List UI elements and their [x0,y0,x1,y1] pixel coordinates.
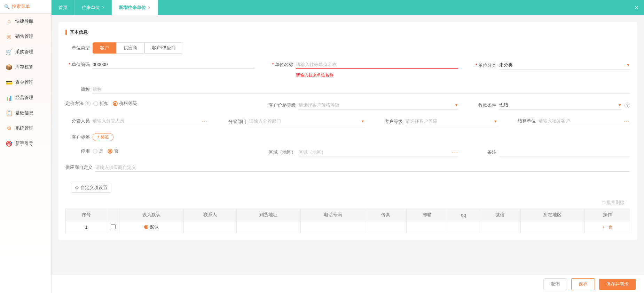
customer-price-arrow: ▼ [455,103,458,107]
tab-home[interactable]: 首页 [52,0,75,15]
inventory-icon: 📦 [6,64,13,71]
disabled-radio-group: 是 否 [93,148,118,154]
tabbar-close-button[interactable]: × [629,4,644,11]
tab-new-counterpart-close[interactable]: × [148,5,150,10]
row-checkbox[interactable] [111,224,116,229]
batch-delete-area: □ 批量删除 [65,200,630,209]
contacts-table: 序号 设为默认 联系人 到货地址 电话号码 传真 邮箱 qq 微信 所在地区 操… [65,209,630,233]
abbr-label: 简称 [65,86,90,92]
settlement-more-btn[interactable]: ··· [624,118,630,124]
customer-price-select[interactable]: 请选择客户价格等级 ▼ [299,100,458,110]
abbr-input[interactable] [93,85,630,93]
title-bar [65,30,67,35]
region-input[interactable] [299,148,451,156]
sidebar-item-label: 库存核算 [15,64,33,70]
tab-counterpart[interactable]: 往来单位 × [75,0,112,15]
batch-delete-icon: □ [603,200,605,205]
row-add-btn[interactable]: + [602,225,605,230]
default-radio[interactable] [144,225,148,229]
supplier-custom-field: 供应商自定义 [65,163,630,172]
manager-input[interactable] [93,117,201,125]
sidebar-item-finance[interactable]: 💳 资金管理 [0,75,51,90]
save-button[interactable]: 保存 [571,278,595,290]
settlement-label: 结算单位 [511,118,536,124]
pricing-price-level-label: 价格等级 [119,100,137,107]
disabled-no-circle [108,149,112,154]
payment-help-icon[interactable]: ? [625,103,630,108]
manager-row: 分管人员 ··· 分管部门 请输入分管部门 ▼ 客户等级 [65,117,630,126]
disabled-yes-label: 是 [99,148,103,154]
sidebar-search[interactable]: 🔍 搜索菜单 [0,0,51,14]
department-select[interactable]: 请输入分管部门 ▼ [249,117,365,126]
type-btn-customer[interactable]: 客户 [93,42,116,54]
row-email [406,221,448,233]
sidebar-item-label: 新手引导 [15,140,33,147]
customer-level-arrow: ▼ [494,119,497,123]
unit-type-label: 单位类型 [65,45,90,51]
pricing-row: 定价方法 ? 折扣 价格等级 [65,100,630,110]
custom-settings-button[interactable]: ⚙ 自定义项设置 [71,183,111,193]
th-default: 设为默认 [119,209,183,221]
row-contact [183,221,236,233]
payment-terms-select[interactable]: 现结 ▼ [499,100,622,110]
settlement-input-group: ··· [539,117,630,125]
row-delete-btn[interactable]: 🗑 [608,225,613,230]
pricing-help-icon[interactable]: ? [85,101,91,106]
sidebar-item-purchase[interactable]: 🛒 采购管理 [0,44,51,59]
basic-info-icon: 📋 [6,109,13,116]
newbie-icon: 🎯 [6,140,13,147]
tabbar: 首页 往来单位 × 新增往来单位 × × [52,0,644,15]
manager-label: 分管人员 [65,118,90,124]
remark-field: 备注 [472,148,630,156]
cancel-button[interactable]: 取消 [543,278,567,290]
type-btn-both[interactable]: 客户/供应商 [144,42,183,54]
tab-new-counterpart[interactable]: 新增往来单位 × [112,0,158,15]
tab-new-counterpart-label: 新增往来单位 [119,5,146,11]
th-region: 所在地区 [520,209,585,221]
pricing-discount[interactable]: 折扣 [93,100,109,107]
disabled-no[interactable]: 否 [108,148,118,154]
unit-code-input[interactable] [93,60,255,69]
disabled-yes[interactable]: 是 [93,148,103,154]
sidebar-item-operations[interactable]: 📊 经营管理 [0,90,51,105]
disabled-row: 停用 是 否 区域（地区） [65,148,630,156]
custom-settings-label: 自定义项设置 [80,185,108,191]
disabled-label: 停用 [65,148,90,154]
batch-delete-label[interactable]: 批量删除 [606,200,625,205]
customer-level-select[interactable]: 请选择客户等级 ▼ [406,117,497,126]
sidebar-item-inventory[interactable]: 📦 库存核算 [0,59,51,75]
pricing-price-level-circle [113,101,118,106]
pricing-price-level[interactable]: 价格等级 [113,100,137,107]
type-btn-supplier[interactable]: 供应商 [116,42,144,54]
unit-category-select[interactable]: 未分类 ▼ [499,60,630,70]
sidebar-item-label: 快捷导航 [15,18,33,24]
sidebar-item-system[interactable]: ⚙ 系统管理 [0,121,51,136]
payment-terms-label: 收款条件 [472,102,496,108]
row-default-label: 默认 [150,224,159,230]
sidebar-item-sales[interactable]: ◎ 销售管理 [0,29,51,44]
sidebar-item-label: 系统管理 [15,125,33,131]
customer-level-placeholder: 请选择客户等级 [406,118,492,124]
save-new-button[interactable]: 保存并新增 [599,279,636,290]
region-more-btn[interactable]: ··· [452,149,458,155]
settlement-input[interactable] [539,117,623,125]
supplier-custom-input[interactable] [95,163,630,172]
unit-category-label: * 单位分类 [472,62,496,68]
th-checkbox [107,209,119,221]
tab-counterpart-close[interactable]: × [102,5,104,10]
manager-more-btn[interactable]: ··· [202,118,208,124]
remark-input[interactable] [499,148,630,156]
tag-add-btn[interactable]: + 标签 [93,133,113,141]
disabled-field: 停用 是 否 [65,148,255,154]
operations-icon: 📊 [6,94,13,101]
row-region [520,221,585,233]
table-row: 1 默认 [66,221,630,233]
sidebar-item-newbie[interactable]: 🎯 新手引导 [0,136,51,151]
row-fax [365,221,406,233]
disabled-yes-circle [93,149,97,154]
sidebar-item-quick-nav[interactable]: ⌂ 快捷导航 [0,14,51,29]
region-input-group: ··· [299,148,458,156]
unit-name-input[interactable] [296,60,458,69]
th-qq: qq [448,209,479,221]
sidebar-item-basic-info[interactable]: 📋 基础信息 [0,105,51,121]
